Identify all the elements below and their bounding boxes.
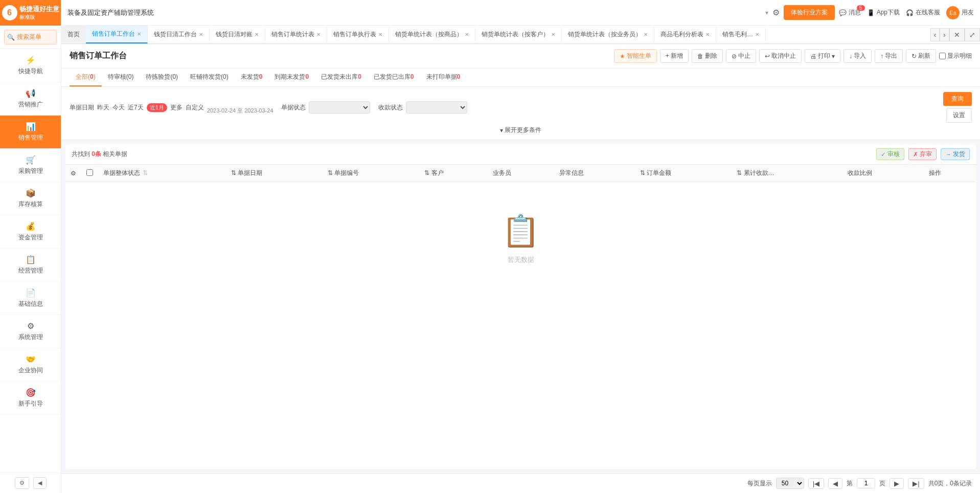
tab-close-by-product[interactable]: ✕ xyxy=(465,32,469,37)
tab-cash-reconciliation[interactable]: 钱货日清对账 ✕ xyxy=(210,26,265,43)
tab-close-margin[interactable]: ✕ xyxy=(705,32,710,37)
sidebar-item-purchase[interactable]: 🛒 采购管理 xyxy=(0,149,61,182)
tabbar-prev-button[interactable]: ‹ xyxy=(930,28,940,41)
message-button[interactable]: 💬 消息 5 xyxy=(839,8,861,17)
tab-cash-daily-workbench[interactable]: 钱货日清工作台 ✕ xyxy=(148,26,210,43)
sub-tab-pending-inspection[interactable]: 待拣验货(0) xyxy=(140,69,184,86)
date-opt-yesterday[interactable]: 昨天 xyxy=(97,103,109,112)
sub-tab-wangpu-pending[interactable]: 旺铺待发货(0) xyxy=(184,69,235,86)
col-settings[interactable]: ⚙ xyxy=(65,165,81,182)
sidebar-bottom: ⚙ ◀ xyxy=(0,473,61,493)
tab-close-by-salesman[interactable]: ✕ xyxy=(644,32,648,37)
sub-tab-shipped-out[interactable]: 已发货已出库0 xyxy=(368,69,420,86)
sub-tab-shipped-not-out[interactable]: 已发货未出库0 xyxy=(315,69,368,86)
tab-sales-execution[interactable]: 销售订单执行表 ✕ xyxy=(327,26,389,43)
tabbar-next-button[interactable]: › xyxy=(940,28,949,41)
sidebar-item-quick-nav[interactable]: ⚡ 快捷导航 xyxy=(0,49,61,82)
sort-status-icon[interactable]: ⇅ xyxy=(143,169,148,176)
page-size-select[interactable]: 50 100 200 xyxy=(776,478,804,489)
sidebar-item-guide[interactable]: 🎯 新手引导 xyxy=(0,382,61,415)
first-page-button[interactable]: |◀ xyxy=(808,478,824,489)
tab-close-sales-exec[interactable]: ✕ xyxy=(378,32,382,37)
sidebar-item-inventory[interactable]: 📦 库存核算 xyxy=(0,182,61,215)
basic-info-icon: 📄 xyxy=(26,288,36,298)
tab-sales-by-customer[interactable]: 销货单统计表（按客户） ✕ xyxy=(475,26,562,43)
print-button[interactable]: 🖨 打印 ▾ xyxy=(805,49,840,63)
tab-sales-margin[interactable]: 销售毛利… ✕ xyxy=(716,26,766,43)
sub-tab-pending-review[interactable]: 待审核(0) xyxy=(102,69,140,86)
show-detail-checkbox[interactable]: 显示明细 xyxy=(939,52,972,60)
tabbar-expand-button[interactable]: ⤢ xyxy=(965,28,980,41)
tab-close-by-customer[interactable]: ✕ xyxy=(551,32,555,37)
last-page-button[interactable]: ▶| xyxy=(908,478,924,489)
sub-tab-overdue-unshipped[interactable]: 到期未发货0 xyxy=(268,69,315,86)
ship-button[interactable]: → 发货 xyxy=(941,148,970,160)
cancel-abort-button[interactable]: ↩ 取消中止 xyxy=(759,49,802,63)
abort-button[interactable]: ⊘ 中止 xyxy=(726,49,756,63)
tab-close-cash-daily[interactable]: ✕ xyxy=(199,32,203,37)
user-menu[interactable]: Ea 用友 xyxy=(946,6,974,19)
tab-home[interactable]: 首页 xyxy=(61,26,86,43)
phone-icon: 📱 xyxy=(867,9,875,16)
tab-margin-analysis[interactable]: 商品毛利分析表 ✕ xyxy=(654,26,716,43)
tab-sales-by-salesman[interactable]: 销货单统计表（按业务员） ✕ xyxy=(562,26,654,43)
tab-close-sales-stats[interactable]: ✕ xyxy=(316,32,321,37)
tabbar-navigation: ‹ › ✕ ⤢ xyxy=(930,28,980,41)
headset-icon: 🎧 xyxy=(906,9,914,16)
refresh-button[interactable]: ↻ 刷新 xyxy=(906,49,936,63)
date-opt-more[interactable]: 更多 xyxy=(170,103,183,112)
page-title: 销售订单工作台 xyxy=(70,51,127,61)
sidebar-item-system[interactable]: ⚙ 系统管理 xyxy=(0,315,61,348)
trial-button[interactable]: 体验行业方案 xyxy=(784,5,835,20)
topbar-settings-icon[interactable]: ⚙ xyxy=(772,8,780,17)
empty-state: 📋 暂无数据 xyxy=(65,182,976,295)
set-button[interactable]: 设置 xyxy=(946,108,972,123)
sidebar-item-marketing[interactable]: 📢 营销推广 xyxy=(0,82,61,116)
result-count: 共找到 0条 相关单据 xyxy=(72,150,127,159)
delete-button[interactable]: 🗑 删除 xyxy=(692,49,723,63)
tab-sales-stats[interactable]: 销售订单统计表 ✕ xyxy=(265,26,327,43)
sub-tab-all[interactable]: 全部(0) xyxy=(70,69,102,86)
export-button[interactable]: ↑ 导出 xyxy=(875,49,903,63)
tab-sales-order-workbench[interactable]: 销售订单工作台 ✕ xyxy=(86,26,148,43)
sidebar-item-basic-info[interactable]: 📄 基础信息 xyxy=(0,282,61,315)
date-opt-1month[interactable]: 近1月 xyxy=(147,103,167,112)
date-opt-7days[interactable]: 近7天 xyxy=(128,103,144,112)
expand-conditions-button[interactable]: ▾ 展开更多条件 xyxy=(500,126,541,135)
sidebar-item-management[interactable]: 📋 经营管理 xyxy=(0,249,61,282)
show-detail-input[interactable] xyxy=(939,53,946,59)
date-opt-today[interactable]: 今天 xyxy=(112,103,125,112)
sub-tab-unshipped[interactable]: 未发货0 xyxy=(235,69,269,86)
star-icon: ★ xyxy=(620,53,625,60)
status-select[interactable] xyxy=(309,101,370,114)
page-number-input[interactable] xyxy=(857,478,875,488)
sidebar-item-enterprise[interactable]: 🤝 企业协同 xyxy=(0,348,61,382)
import-button[interactable]: ↓ 导入 xyxy=(844,49,872,63)
tab-sales-by-product[interactable]: 销货单统计表（按商品） ✕ xyxy=(389,26,475,43)
sidebar-item-sales[interactable]: 📊 销售管理 xyxy=(0,116,61,149)
search-menu-button[interactable]: 🔍 搜索菜单 xyxy=(4,30,57,44)
sidebar-collapse-button[interactable]: ◀ xyxy=(33,477,47,489)
tab-close-sales-margin[interactable]: ✕ xyxy=(755,32,759,37)
sub-tab-unprinted[interactable]: 未打印单据0 xyxy=(420,69,467,86)
query-button[interactable]: 查询 xyxy=(943,92,972,106)
date-opt-custom[interactable]: 自定义 xyxy=(186,103,204,112)
tabbar-close-all-button[interactable]: ✕ xyxy=(949,28,965,41)
next-page-button[interactable]: ▶ xyxy=(890,478,904,489)
reject-button[interactable]: ✗ 弃审 xyxy=(908,148,937,160)
tab-close-cash-recon[interactable]: ✕ xyxy=(255,32,259,37)
col-checkbox[interactable] xyxy=(81,165,98,182)
smart-generate-button[interactable]: ★ 智能生单 xyxy=(614,49,657,63)
select-all-checkbox[interactable] xyxy=(86,169,93,176)
table-toolbar: 共找到 0条 相关单据 ✓ 审核 ✗ 弃审 → 发货 xyxy=(65,144,976,165)
online-service-button[interactable]: 🎧 在线客服 xyxy=(906,8,940,17)
sidebar-settings-button[interactable]: ⚙ xyxy=(15,477,29,489)
add-button[interactable]: + 新增 xyxy=(660,49,689,63)
prev-page-button[interactable]: ◀ xyxy=(828,478,842,489)
app-download-button[interactable]: 📱 App下载 xyxy=(867,8,900,17)
tabbar: 首页 销售订单工作台 ✕ 钱货日清工作台 ✕ 钱货日清对账 ✕ 销售订单统计表 … xyxy=(61,26,980,44)
sidebar-item-finance[interactable]: 💰 资金管理 xyxy=(0,215,61,249)
tab-close-sales-order[interactable]: ✕ xyxy=(137,31,141,37)
receipt-select[interactable] xyxy=(406,101,467,114)
approve-button[interactable]: ✓ 审核 xyxy=(876,148,904,160)
